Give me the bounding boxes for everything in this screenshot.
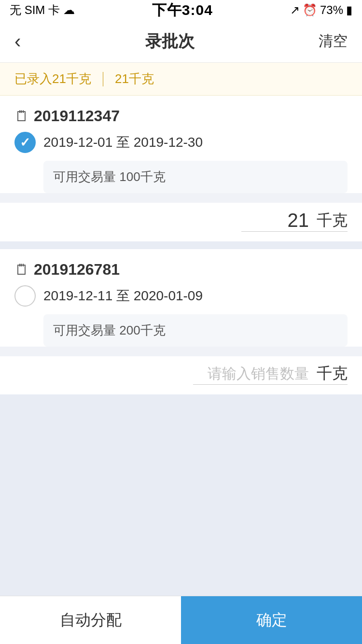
batch1-qty-value[interactable]: 21 [288,210,309,231]
batch2-input-unit: 千克 [317,363,348,384]
batch-card-1: 🗒 2019112347 2019-12-01 至 2019-12-30 可用交… [0,96,362,193]
batch1-header: 🗒 2019112347 [14,107,348,125]
battery-icon: ▮ [346,3,352,17]
summary-banner: 已录入21千克 21千克 [0,63,362,96]
batch1-underline-row [0,231,362,241]
section-divider [0,241,362,249]
batch2-icon: 🗒 [14,262,29,278]
batch1-available: 可用交易量 100千克 [43,161,348,193]
empty-area [0,394,362,607]
clear-button[interactable]: 清空 [319,31,348,51]
back-button[interactable]: ‹ [14,30,21,52]
batch1-id: 2019112347 [34,107,120,125]
battery-percent: 73% [320,3,343,17]
summary-value: 21千克 [115,70,154,87]
auto-distribute-button[interactable]: 自动分配 [0,596,181,644]
batch2-input-row: 请输入销售数量 千克 [0,356,362,384]
batch-card-2: 🗒 2019126781 2019-12-11 至 2020-01-09 可用交… [0,249,362,347]
batch2-id: 2019126781 [34,261,120,279]
batch2-available: 可用交易量 200千克 [43,314,348,347]
batch1-date-row: 2019-12-01 至 2019-12-30 [14,132,348,153]
summary-divider [103,72,103,86]
batch2-radio[interactable] [14,285,36,307]
batch1-qty-row: 21 千克 [0,203,362,231]
batch2-input-placeholder: 请输入销售数量 [208,364,309,384]
summary-entered-label: 已录入21千克 [14,70,91,87]
location-icon: ↗ [290,3,300,17]
status-time: 下午3:04 [152,0,213,20]
page-title: 录批次 [145,30,195,53]
batch2-header: 🗒 2019126781 [14,261,348,279]
nav-bar: ‹ 录批次 清空 [0,20,362,63]
batch1-underline [241,231,348,232]
batch1-qty-unit: 千克 [317,210,348,231]
batch2-date: 2019-12-11 至 2020-01-09 [43,287,203,305]
confirm-button[interactable]: 确定 [181,596,362,644]
alarm-icon: ⏰ [303,3,317,17]
batch1-icon: 🗒 [14,108,29,125]
batch2-date-row: 2019-12-11 至 2020-01-09 [14,285,348,307]
status-right: ↗ ⏰ 73% ▮ [290,3,352,17]
sim-status: 无 SIM 卡 ☁ [10,2,75,18]
batch1-radio[interactable] [14,132,36,153]
bottom-bar: 自动分配 确定 [0,596,362,644]
status-left: 无 SIM 卡 ☁ [10,2,75,18]
batch1-date: 2019-12-01 至 2019-12-30 [43,133,203,152]
batch2-underline-row [0,384,362,394]
batch2-underline [193,384,348,385]
status-bar: 无 SIM 卡 ☁ 下午3:04 ↗ ⏰ 73% ▮ [0,0,362,20]
